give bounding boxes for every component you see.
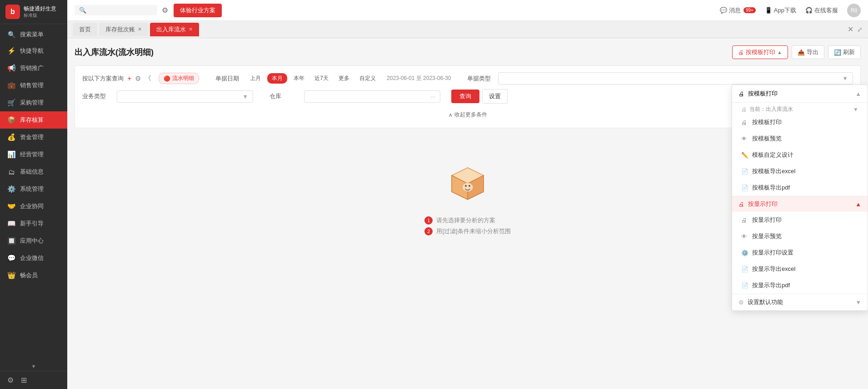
- header-gear-icon[interactable]: ⚙: [162, 6, 168, 15]
- dropdown-item-template-excel[interactable]: 📄 按模板导出excel: [732, 163, 868, 180]
- tab-batch-account[interactable]: 库存批次账 ✕: [99, 23, 148, 36]
- dropdown-item-template-pdf[interactable]: 📄 按模板导出pdf: [732, 180, 868, 196]
- empty-step-2: 2 用[过滤]条件来缩小分析范围: [424, 227, 510, 235]
- dropdown-up-icon[interactable]: ▲: [855, 90, 861, 97]
- template-preview-icon: 👁: [741, 135, 748, 142]
- print-template-button[interactable]: 🖨 按模板打印 ▲: [732, 45, 788, 59]
- sidebar-item-member[interactable]: 👑 畅会员: [0, 267, 67, 284]
- app-logo-icon: b: [5, 5, 20, 19]
- sidebar-scroll-down[interactable]: ▼: [0, 362, 67, 371]
- dropdown-current: 🖨 当前：出入库流水 ▼: [732, 103, 868, 114]
- warehouse-select[interactable]: ···: [304, 90, 440, 103]
- dropdown-item-template-print[interactable]: 🖨 按模板打印: [732, 114, 868, 130]
- empty-illustration: [445, 161, 490, 206]
- add-filter-icon[interactable]: +: [127, 75, 131, 83]
- voucher-select-arrow: ▼: [842, 75, 848, 82]
- dropdown-item-display-settings[interactable]: ⚙️ 按显示打印设置: [732, 244, 868, 261]
- dropdown-item-display-excel[interactable]: 📄 按显示导出excel: [732, 261, 868, 277]
- svg-point-5: [465, 185, 467, 187]
- sales-icon: 💼: [7, 81, 15, 90]
- collab-icon: 🤝: [7, 202, 15, 210]
- chevron-up-collapse-icon: ∧: [449, 112, 453, 118]
- page-title: 出入库流水(流水明细): [75, 47, 154, 58]
- guide-icon: 📖: [7, 219, 15, 228]
- box-svg: [445, 161, 490, 206]
- sidebar-item-wechat[interactable]: 💬 企业微信: [0, 249, 67, 267]
- date-opt-7days[interactable]: 近7天: [311, 73, 332, 84]
- sidebar-item-quick-nav[interactable]: ⚡ 快捷导航: [0, 42, 67, 60]
- headset-icon: 🎧: [805, 7, 813, 14]
- messages-button[interactable]: 💬 消息 99+: [720, 6, 756, 15]
- marketing-icon: 📢: [7, 64, 15, 72]
- tab-close-inout[interactable]: ✕: [189, 26, 193, 32]
- member-icon: 👑: [7, 271, 15, 279]
- close-page-icon[interactable]: ✕: [848, 25, 853, 34]
- sidebar-item-basic[interactable]: 🗂 基础信息: [0, 163, 67, 180]
- sidebar-item-search[interactable]: 🔍 搜索菜单: [0, 27, 67, 42]
- settings-button[interactable]: 设置: [482, 89, 508, 104]
- tab-home[interactable]: 首页: [73, 23, 97, 36]
- date-opt-custom[interactable]: 自定义: [356, 73, 379, 84]
- basic-icon: 🗂: [7, 168, 15, 176]
- sidebar-item-guide[interactable]: 📖 新手引导: [0, 215, 67, 232]
- voucher-type-select[interactable]: ▼: [498, 72, 853, 85]
- system-icon: ⚙️: [7, 185, 15, 193]
- maximize-icon[interactable]: ⤢: [857, 26, 863, 33]
- current-icon: 🖨: [741, 106, 747, 113]
- tab-inout-flow[interactable]: 出入库流水 ✕: [150, 23, 199, 36]
- export-button[interactable]: 📤 导出: [792, 45, 824, 59]
- print-dropdown-panel: 🖨 按模板打印 ▲ 🖨 当前：出入库流水 ▼ 🖨 按模板打印: [732, 85, 868, 311]
- search-magnifier-icon: 🔍: [79, 7, 86, 14]
- sidebar-item-system[interactable]: ⚙️ 系统管理: [0, 180, 67, 198]
- header-search-input[interactable]: [89, 7, 153, 14]
- biz-type-select[interactable]: ▼: [117, 90, 253, 103]
- filter-collapse-icon[interactable]: 《: [145, 74, 151, 83]
- warehouse-label: 仓库: [269, 92, 297, 100]
- display-print-icon: 🖨: [741, 217, 748, 224]
- app-download-button[interactable]: 📱 App下载: [765, 6, 796, 15]
- trial-button[interactable]: 体验行业方案: [174, 4, 222, 17]
- display-section-arrow: ▲: [855, 201, 861, 208]
- filter-actions: 查询 设置: [451, 89, 508, 104]
- dropdown-item-display-pdf[interactable]: 📄 按显示导出pdf: [732, 277, 868, 294]
- sidebar-item-marketing[interactable]: 📢 营销推广: [0, 60, 67, 77]
- dropdown-item-display-print[interactable]: 🖨 按显示打印: [732, 212, 868, 228]
- page-top-right: 🖨 按模板打印 ▲ 📤 导出 🔄 刷新: [732, 45, 861, 59]
- dropdown-item-display-preview[interactable]: 👁 按显示预览: [732, 228, 868, 244]
- date-opt-this-month[interactable]: 本月: [267, 73, 287, 84]
- filter-row-1: 按以下方案查询 + ⚙ 《 🔴 流水明细 单据日期 上月 本月 本年: [82, 72, 853, 85]
- dropdown-item-template-design[interactable]: ✏️ 模板自定义设计: [732, 147, 868, 163]
- date-opt-last-month[interactable]: 上月: [246, 73, 264, 84]
- sidebar-item-operations[interactable]: 📊 经营管理: [0, 146, 67, 163]
- sidebar-item-finance[interactable]: 💰 资金管理: [0, 129, 67, 146]
- sidebar-item-collab[interactable]: 🤝 企业协同: [0, 198, 67, 215]
- date-opt-more[interactable]: 更多: [335, 73, 353, 84]
- sidebar-nav: 🔍 搜索菜单 ⚡ 快捷导航 📢 营销推广 💼 销售管理 🛒 采购管理 📦 库存核…: [0, 24, 67, 362]
- customer-service-button[interactable]: 🎧 在线客服: [805, 6, 838, 15]
- display-section-title[interactable]: 🖨 按显示打印 ▲: [732, 196, 868, 212]
- display-settings-icon: ⚙️: [741, 249, 748, 256]
- biz-type-label: 业务类型: [82, 92, 110, 100]
- date-range-text: 2023-06-01 至 2023-06-30: [387, 75, 451, 82]
- user-avatar-button[interactable]: Rit: [847, 4, 861, 17]
- date-opt-this-year[interactable]: 本年: [290, 73, 308, 84]
- sidebar-item-apps[interactable]: 🔲 应用中心: [0, 232, 67, 249]
- refresh-icon: 🔄: [834, 49, 841, 56]
- filter-setting-icon[interactable]: ⚙: [135, 75, 141, 83]
- sidebar-item-inventory[interactable]: 📦 库存核算: [0, 111, 67, 129]
- refresh-button[interactable]: 🔄 刷新: [828, 45, 861, 59]
- dropdown-footer-default[interactable]: ⚙ 设置默认功能 ▼: [732, 294, 868, 310]
- header-search-box[interactable]: 🔍: [75, 5, 157, 15]
- tab-close-batch[interactable]: ✕: [138, 26, 142, 32]
- sidebar-item-sales[interactable]: 💼 销售管理: [0, 77, 67, 94]
- settings-icon[interactable]: ⚙: [7, 376, 14, 384]
- header-right: 💬 消息 99+ 📱 App下载 🎧 在线客服 Rit: [720, 4, 861, 17]
- sidebar-search-label: 搜索菜单: [20, 30, 44, 39]
- avatar: Rit: [847, 4, 861, 17]
- collapse-sidebar-icon[interactable]: ⊞: [21, 376, 27, 384]
- sidebar-item-purchase[interactable]: 🛒 采购管理: [0, 94, 67, 111]
- query-button[interactable]: 查询: [451, 90, 479, 103]
- voucher-type-label: 单据类型: [467, 75, 494, 83]
- display-pdf-icon: 📄: [741, 282, 748, 289]
- dropdown-item-template-preview[interactable]: 👁 按模板预览: [732, 130, 868, 147]
